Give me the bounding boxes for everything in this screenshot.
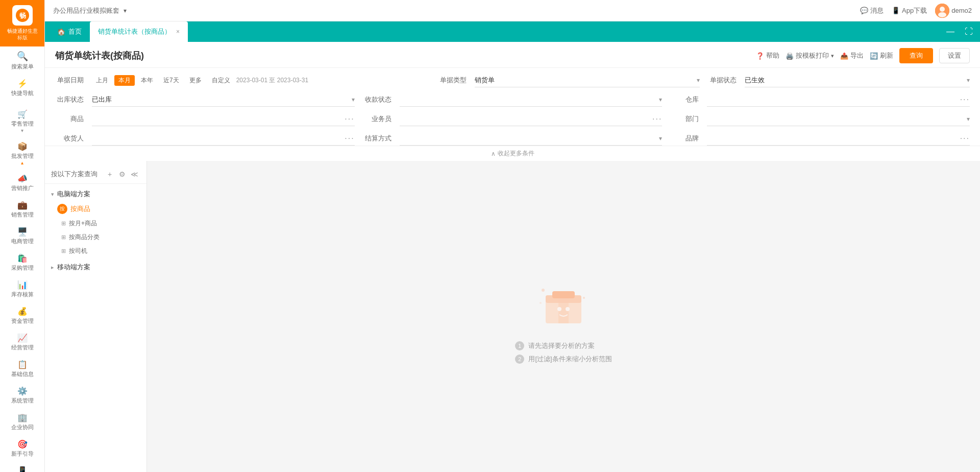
consignee-control[interactable]: ··· (92, 131, 355, 146)
sidebar-item-guide[interactable]: 🎯 新手引导 (0, 435, 44, 462)
help-button[interactable]: ❓ 帮助 (756, 51, 779, 60)
tab-close-button[interactable]: × (176, 28, 180, 35)
date-more-btn[interactable]: 更多 (185, 75, 206, 86)
settings-button[interactable]: 设置 (939, 48, 970, 63)
payment-status-control[interactable]: ▾ (400, 92, 663, 107)
tab-maximize-button[interactable]: ⛶ (962, 25, 976, 39)
home-icon: 🏠 (57, 28, 65, 36)
date-7days-btn[interactable]: 近7天 (159, 75, 183, 86)
tab-minimize-button[interactable]: — (943, 25, 958, 39)
tree-mobile-group[interactable]: ▸ 移动端方案 (45, 260, 146, 274)
dept-control[interactable]: ▾ (707, 112, 970, 126)
payment-method-control[interactable]: ▾ (400, 131, 663, 146)
sidebar-item-inventory[interactable]: 📊 库存核算 (0, 276, 44, 302)
app-download-button[interactable]: 📱 App下载 (892, 6, 927, 15)
panel-add-button[interactable]: + (104, 168, 116, 180)
tree-pc-group[interactable]: ▾ 电脑端方案 (45, 187, 146, 201)
retail-label: 零售管理 (11, 120, 34, 128)
tree-sub-item-0[interactable]: ⊞ 按月+商品 (45, 217, 146, 230)
tab-active[interactable]: 销货单统计表（按商品） × (90, 21, 188, 42)
query-button[interactable]: 查询 (899, 48, 933, 63)
wholesale-icon: 📦 (17, 141, 28, 151)
guide-label: 新手引导 (11, 450, 34, 458)
system-label: 系统管理 (11, 397, 34, 405)
tree-item-by-goods[interactable]: 按 按商品 (45, 201, 146, 217)
goods-control[interactable]: ··· (92, 112, 355, 126)
warehouse-control[interactable]: ··· (707, 92, 970, 107)
refresh-button[interactable]: 🔄 刷新 (870, 51, 893, 60)
topbar-right: 💬 消息 📱 App下载 demo2 (860, 4, 972, 18)
filter-row-4: 收货人 ··· 结算方式 ▾ 品牌 ··· (55, 131, 970, 146)
export-button[interactable]: 📤 导出 (840, 51, 864, 60)
message-button[interactable]: 💬 消息 (860, 6, 884, 15)
sidebar-item-finance[interactable]: 💰 资金管理 (0, 302, 44, 329)
user-profile[interactable]: demo2 (935, 4, 972, 18)
panel-settings-icon: ⚙ (119, 170, 126, 178)
date-range-value: 2023-03-01 至 2023-03-31 (236, 76, 308, 85)
salesperson-control[interactable]: ··· (400, 112, 663, 126)
mobile-group-expand-icon: ▸ (51, 264, 54, 271)
quick-nav-icon: ⚡ (17, 79, 28, 88)
date-last-month-btn[interactable]: 上月 (92, 75, 112, 86)
search-icon: 🔍 (17, 51, 28, 62)
main-filter-area: 单据日期 上月 本月 本年 近7天 更多 自定义 2023-03-01 至 20… (45, 68, 980, 146)
finance-icon: 💰 (17, 306, 28, 316)
retail-arrow: ▾ (21, 128, 23, 133)
tree-sub-item-2[interactable]: ⊞ 按司机 (45, 244, 146, 258)
page-content: 销货单统计表(按商品) ❓ 帮助 🖨️ 按模板打印 ▾ 📤 导出 🔄 刷新 (45, 42, 980, 472)
tree-sub-item-1[interactable]: ⊞ 按商品分类 (45, 230, 146, 244)
svg-text:畅: 畅 (19, 12, 26, 19)
sidebar-item-quick-nav[interactable]: ⚡ 快捷导航 (0, 75, 44, 101)
ecommerce-label: 电商管理 (11, 238, 34, 245)
ship-status-control[interactable]: 已出库 ▾ (92, 92, 355, 107)
doc-status-control[interactable]: 已生效 ▾ (745, 73, 970, 87)
sidebar-item-appcenter[interactable]: 📱 应用中心 (0, 462, 44, 472)
date-custom-btn[interactable]: 自定义 (208, 75, 234, 86)
help-label: 帮助 (766, 51, 779, 60)
dept-dropdown-icon: ▾ (967, 115, 970, 123)
enterprise-icon: 🏢 (17, 413, 28, 422)
logo-text: 畅捷通好生意 (7, 28, 38, 34)
filter-section: 单据日期 上月 本月 本年 近7天 更多 自定义 2023-03-01 至 20… (45, 68, 980, 161)
salesperson-dots: ··· (652, 114, 662, 124)
sidebar-item-system[interactable]: ⚙️ 系统管理 (0, 382, 44, 409)
date-this-month-btn[interactable]: 本月 (114, 75, 135, 86)
workspace-dropdown[interactable]: ▾ (124, 7, 127, 14)
empty-steps: 1 请先选择要分析的方案 2 用[过滤]条件来缩小分析范围 (515, 341, 611, 364)
sidebar-item-sales[interactable]: 💼 销售管理 (0, 196, 44, 223)
sidebar-item-basics[interactable]: 📋 基础信息 (0, 356, 44, 382)
workspace-title: 办公用品行业模拟账套 (53, 6, 119, 15)
sidebar-item-wholesale[interactable]: 📦 批发管理 ▴ (0, 137, 44, 170)
panel-collapse-button[interactable]: ≪ (128, 168, 140, 180)
sidebar-item-ecommerce[interactable]: 🖥️ 电商管理 (0, 223, 44, 249)
date-this-year-btn[interactable]: 本年 (137, 75, 157, 86)
sidebar-item-enterprise[interactable]: 🏢 企业协同 (0, 409, 44, 435)
doc-type-control[interactable]: 销货单 ▾ (475, 73, 700, 87)
warehouse-dots: ··· (960, 95, 970, 104)
wholesale-label: 批发管理 (11, 152, 34, 160)
brand-control[interactable]: ··· (707, 131, 970, 146)
sidebar-item-retail[interactable]: 🛒 零售管理 ▾ (0, 105, 44, 137)
print-button[interactable]: 🖨️ 按模板打印 ▾ (786, 51, 834, 60)
wholesale-arrow: ▴ (21, 160, 23, 166)
panel-settings-button[interactable]: ⚙ (116, 168, 128, 180)
sidebar-item-operations[interactable]: 📈 经营管理 (0, 329, 44, 356)
home-tab-label: 首页 (68, 27, 82, 36)
sidebar-item-purchase[interactable]: 🛍️ 采购管理 (0, 249, 44, 276)
doc-status-dropdown-icon: ▾ (967, 77, 970, 84)
svg-point-3 (940, 7, 945, 12)
sales-label: 销售管理 (11, 211, 34, 219)
sidebar-item-marketing[interactable]: 📣 营销推广 (0, 170, 44, 196)
goods-dots: ··· (345, 114, 354, 124)
sidebar-logo[interactable]: 畅 畅捷通好生意 标版 (0, 0, 45, 46)
ship-status-value: 已出库 (92, 95, 112, 104)
sidebar-search[interactable]: 🔍 搜索菜单 (0, 46, 44, 75)
operations-label: 经营管理 (11, 344, 34, 351)
collapse-bar[interactable]: ∧ 收起更多条件 (45, 146, 980, 161)
doc-type-dropdown-icon: ▾ (697, 77, 700, 84)
goods-label: 商品 (55, 114, 84, 124)
basics-icon: 📋 (17, 360, 28, 369)
tab-home[interactable]: 🏠 首页 (49, 21, 90, 42)
help-icon: ❓ (756, 52, 764, 60)
sub-item-2-label: 按司机 (69, 247, 87, 255)
